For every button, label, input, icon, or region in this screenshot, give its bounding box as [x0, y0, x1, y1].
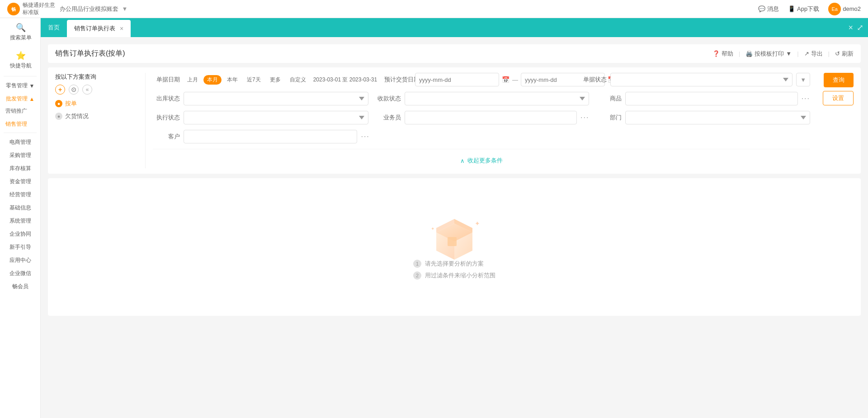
- product-dots[interactable]: ···: [802, 95, 810, 103]
- filter-add-button[interactable]: +: [55, 85, 65, 95]
- empty-state: ✦ ✦ 1 请先选择要分析的方案 2 用过滤条件来缩小分析范围: [48, 178, 861, 316]
- download-icon: 📱: [788, 5, 795, 12]
- salesperson-input[interactable]: [405, 111, 577, 124]
- filter-bottom-row: ∧ 收起更多条件: [153, 149, 810, 168]
- sidebar-item-basic[interactable]: 基础信息: [0, 200, 40, 214]
- filter-group-execution: 执行状态: [153, 111, 368, 124]
- tab-sales-order[interactable]: 销售订单执行表 ×: [67, 20, 131, 37]
- search-icon: 🔍: [16, 23, 26, 33]
- sidebar-search[interactable]: 🔍 搜索菜单: [0, 18, 40, 46]
- date-range-tabs: 上月 本月 本年 近7天 更多 自定义: [184, 75, 310, 85]
- doc-status-select-wrapper: [610, 73, 793, 86]
- sidebar-item-member[interactable]: 畅会员: [0, 279, 40, 292]
- product-input[interactable]: [625, 92, 797, 105]
- sidebar-item-wechat[interactable]: 企业微信: [0, 266, 40, 279]
- filter-copy-button[interactable]: ⊙: [69, 85, 79, 95]
- page-title-bar: 销售订单执行表(按单) ❓ 帮助 | 🖨️ 按模板打印 ▼ | ↗: [48, 44, 861, 63]
- doc-status-select[interactable]: [610, 73, 793, 86]
- filter-group-customer: 客户 ···: [153, 130, 370, 143]
- date-tab-currentyear[interactable]: 本年: [223, 75, 241, 85]
- logo-area: 畅 畅捷通好生意 标准版: [7, 2, 55, 16]
- sidebar-item-purchase[interactable]: 采购管理: [0, 148, 40, 161]
- filter-scheme-by-debt[interactable]: ● 欠货情况: [55, 110, 138, 123]
- settings-button[interactable]: 设置: [823, 91, 854, 105]
- sidebar-item-wholesale[interactable]: 批发管理 ▲: [0, 91, 40, 104]
- breadcrumb-text: 办公用品行业模拟账套: [60, 5, 118, 13]
- filter-scheme-panel: 按以下方案查询 + ⊙ «: [55, 73, 146, 168]
- empty-tips: 1 请先选择要分析的方案 2 用过滤条件来缩小分析范围: [413, 260, 495, 280]
- sidebar: 🔍 搜索菜单 ⭐ 快捷导航 零售管理 ▼ 批发管理 ▲ 营销推广 销售管理 电商…: [0, 18, 41, 418]
- doc-status-more[interactable]: ▼: [796, 73, 810, 86]
- sidebar-item-enterprise[interactable]: 企业协同: [0, 227, 40, 240]
- tab-home[interactable]: 首页: [41, 18, 67, 37]
- app-download-button[interactable]: 📱 App下载: [788, 5, 819, 13]
- customer-input[interactable]: [184, 130, 357, 143]
- department-label: 部门: [594, 114, 622, 122]
- breadcrumb: 办公用品行业模拟账套 ▼: [60, 5, 128, 13]
- execution-status-select[interactable]: [184, 111, 368, 124]
- tab-bar: 首页 销售订单执行表 × × ⤢: [41, 18, 868, 37]
- filter-row-4: 客户 ···: [153, 130, 810, 143]
- breadcrumb-dropdown-icon[interactable]: ▼: [121, 5, 128, 13]
- tip-2-num: 2: [413, 271, 421, 280]
- refresh-button[interactable]: ↺ 刷新: [835, 50, 854, 58]
- receipt-status-select[interactable]: [405, 92, 590, 105]
- date-tab-currentmonth[interactable]: 本月: [203, 75, 222, 85]
- sidebar-item-ecommerce[interactable]: 电商管理: [0, 135, 40, 148]
- sidebar-item-sales[interactable]: 销售管理: [0, 118, 40, 131]
- date-tab-lastmonth[interactable]: 上月: [184, 75, 202, 85]
- date-tab-more[interactable]: 更多: [266, 75, 284, 85]
- date-range-display: 2023-03-01 至 2023-03-31: [313, 76, 377, 84]
- tab-minimize-button[interactable]: ×: [848, 23, 853, 33]
- filter-row-1: 单据日期 上月 本月 本年 近7天 更多 自定义: [153, 73, 810, 86]
- salesperson-label: 业务员: [374, 114, 401, 122]
- sidebar-divider-2: [4, 133, 37, 133]
- delivery-date-start[interactable]: [415, 73, 499, 86]
- delivery-date-label: 预计交货日期: [384, 76, 411, 84]
- empty-illustration: ✦ ✦: [427, 214, 481, 260]
- date-tab-custom[interactable]: 自定义: [286, 75, 310, 85]
- doc-date-label: 单据日期: [153, 76, 180, 84]
- help-button[interactable]: ❓ 帮助: [712, 50, 733, 58]
- query-button[interactable]: 查询: [824, 73, 854, 87]
- refresh-icon: ↺: [835, 50, 840, 57]
- content-area: 首页 销售订单执行表 × × ⤢ 销售订单执行表(按单): [41, 18, 868, 418]
- sidebar-item-operations[interactable]: 经营管理: [0, 187, 40, 200]
- collapse-filter-button[interactable]: ∧ 收起更多条件: [457, 153, 506, 168]
- filter-sub-list: ● 按单 ● 欠货情况: [55, 97, 138, 123]
- svg-rect-9: [448, 237, 457, 246]
- filter-group-delivery-date: 预计交货日期 📅 — 📅: [384, 73, 574, 86]
- calendar-icon-start[interactable]: 📅: [502, 76, 509, 83]
- print-button[interactable]: 🖨️ 按模板打印 ▼: [745, 50, 792, 58]
- department-select[interactable]: [625, 111, 810, 124]
- sidebar-item-marketing[interactable]: 营销推广: [0, 104, 40, 118]
- sidebar-item-inventory[interactable]: 库存核算: [0, 161, 40, 174]
- receipt-status-label: 收款状态: [374, 95, 401, 103]
- tab-maximize-button[interactable]: ⤢: [857, 23, 863, 33]
- sidebar-item-finance[interactable]: 资金管理: [0, 174, 40, 187]
- tab-close-icon[interactable]: ×: [120, 25, 123, 32]
- export-button[interactable]: ↗ 导出: [804, 50, 823, 58]
- filter-scheme-by-order[interactable]: ● 按单: [55, 97, 138, 110]
- user-area[interactable]: Ea demo2: [828, 3, 861, 15]
- shipping-status-select[interactable]: [184, 92, 368, 105]
- filter-group-doc-status: 单据状态 ▼: [580, 73, 810, 86]
- filter-group-receipt: 收款状态: [374, 92, 590, 105]
- filter-group-shipping: 出库状态: [153, 92, 368, 105]
- quicknav-icon: ⭐: [16, 51, 26, 61]
- message-button[interactable]: 💬 消息: [758, 5, 779, 13]
- logo-icon: 畅: [7, 3, 20, 15]
- sidebar-item-apps[interactable]: 应用中心: [0, 253, 40, 266]
- sidebar-item-system[interactable]: 系统管理: [0, 214, 40, 227]
- message-icon: 💬: [758, 5, 765, 12]
- filter-form: 单据日期 上月 本月 本年 近7天 更多 自定义: [153, 73, 810, 168]
- filter-panel: 按以下方案查询 + ⊙ «: [48, 67, 861, 174]
- filter-group-doc-date: 单据日期 上月 本月 本年 近7天 更多 自定义: [153, 75, 379, 85]
- sidebar-item-retail[interactable]: 零售管理 ▼: [0, 78, 40, 91]
- salesperson-dots[interactable]: ···: [580, 114, 589, 122]
- customer-dots[interactable]: ···: [361, 133, 369, 141]
- sidebar-item-newbie[interactable]: 新手引导: [0, 240, 40, 253]
- filter-collapse-button[interactable]: «: [82, 85, 92, 95]
- date-tab-last7days[interactable]: 近7天: [243, 75, 264, 85]
- sidebar-quick-nav[interactable]: ⭐ 快捷导航: [0, 46, 40, 74]
